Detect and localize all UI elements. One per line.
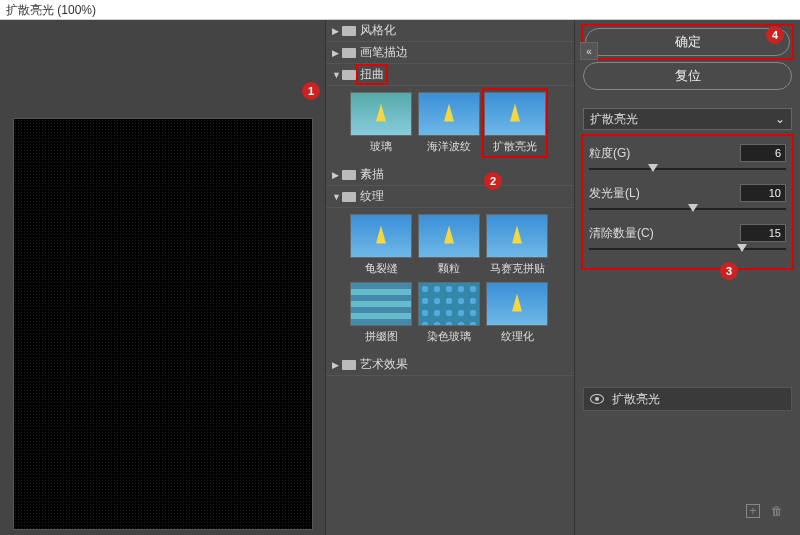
folder-icon <box>342 170 356 180</box>
layer-footer: + 🗑 <box>583 501 792 521</box>
distort-thumbs: 玻璃 海洋波纹 扩散亮光 <box>326 86 574 164</box>
chevron-right-icon: ▶ <box>332 360 342 370</box>
preview-image <box>13 118 313 530</box>
new-layer-icon[interactable]: + <box>746 504 760 518</box>
folder-artistic[interactable]: ▶ 艺术效果 <box>326 354 574 376</box>
annotation-badge-1: 1 <box>302 82 320 100</box>
folder-sketch[interactable]: ▶ 素描 <box>326 164 574 186</box>
slider-clear-amount: 清除数量(C) <box>589 224 786 250</box>
chevron-right-icon: ▶ <box>332 170 342 180</box>
chevron-down-icon: ▼ <box>332 192 342 202</box>
chevron-right-icon: ▶ <box>332 48 342 58</box>
graininess-input[interactable] <box>740 144 786 162</box>
effect-layers: 扩散亮光 + 🗑 <box>583 347 792 529</box>
chevron-down-icon: ▼ <box>332 70 342 80</box>
folder-brush-strokes[interactable]: ▶ 画笔描边 <box>326 42 574 64</box>
collapse-pane-button[interactable]: « <box>580 42 598 60</box>
layer-name: 扩散亮光 <box>612 391 660 408</box>
filter-texturizer[interactable]: 纹理化 <box>486 282 548 344</box>
filter-gallery-pane: ▶ 风格化 ▶ 画笔描边 ▼ 扭曲 玻璃 海洋波纹 扩散亮光 <box>325 20 575 535</box>
settings-pane: 确定 复位 扩散亮光 ⌄ 粒度(G) 发光量(L) <box>575 20 800 535</box>
layer-row[interactable]: 扩散亮光 <box>583 387 792 411</box>
preview-area <box>0 20 325 535</box>
filter-diffuse-glow[interactable]: 扩散亮光 <box>484 90 546 156</box>
folder-distort[interactable]: ▼ 扭曲 <box>326 64 574 86</box>
folder-stylize[interactable]: ▶ 风格化 <box>326 20 574 42</box>
folder-label: 风格化 <box>360 22 396 39</box>
chevron-down-icon: ⌄ <box>775 112 785 126</box>
folder-label: 艺术效果 <box>360 356 408 373</box>
filter-mosaic-tiles[interactable]: 马赛克拼贴 <box>486 214 548 276</box>
folder-texture[interactable]: ▼ 纹理 <box>326 186 574 208</box>
reset-button[interactable]: 复位 <box>583 62 792 90</box>
dropdown-value: 扩散亮光 <box>590 111 638 128</box>
clear-amount-slider[interactable] <box>589 248 786 250</box>
folder-label: 画笔描边 <box>360 44 408 61</box>
annotation-badge-4: 4 <box>766 26 784 44</box>
slider-label: 粒度(G) <box>589 145 630 162</box>
annotation-badge-2: 2 <box>484 172 502 190</box>
folder-icon <box>342 360 356 370</box>
texture-thumbs: 龟裂缝 颗粒 马赛克拼贴 拼缀图 染色玻璃 纹理化 <box>326 208 574 354</box>
folder-icon <box>342 48 356 58</box>
preview-pane: − □ 100% ◀ ▶ <box>0 20 325 535</box>
filter-ocean-ripple[interactable]: 海洋波纹 <box>418 92 480 154</box>
sliders-group: 粒度(G) 发光量(L) 清除数量(C) <box>583 136 792 268</box>
folder-label: 扭曲 <box>358 66 386 83</box>
folder-icon <box>342 70 356 80</box>
annotation-badge-3: 3 <box>720 262 738 280</box>
filter-craquelure[interactable]: 龟裂缝 <box>350 214 412 276</box>
filter-stained-glass[interactable]: 染色玻璃 <box>418 282 480 344</box>
graininess-slider[interactable] <box>589 168 786 170</box>
folder-icon <box>342 26 356 36</box>
glow-amount-slider[interactable] <box>589 208 786 210</box>
ok-button[interactable]: 确定 <box>585 28 790 56</box>
filter-glass[interactable]: 玻璃 <box>350 92 412 154</box>
visibility-icon[interactable] <box>590 394 604 404</box>
main-area: − □ 100% ◀ ▶ ▶ 风格化 ▶ 画笔描边 ▼ 扭曲 <box>0 20 800 535</box>
slider-glow-amount: 发光量(L) <box>589 184 786 210</box>
folder-label: 纹理 <box>360 188 384 205</box>
folder-icon <box>342 192 356 202</box>
filter-grain[interactable]: 颗粒 <box>418 214 480 276</box>
glow-amount-input[interactable] <box>740 184 786 202</box>
clear-amount-input[interactable] <box>740 224 786 242</box>
slider-graininess: 粒度(G) <box>589 144 786 170</box>
window-title: 扩散亮光 (100%) <box>0 0 800 20</box>
chevron-right-icon: ▶ <box>332 26 342 36</box>
folder-label: 素描 <box>360 166 384 183</box>
filter-patchwork[interactable]: 拼缀图 <box>350 282 412 344</box>
slider-label: 发光量(L) <box>589 185 640 202</box>
effect-dropdown[interactable]: 扩散亮光 ⌄ <box>583 108 792 130</box>
delete-layer-icon[interactable]: 🗑 <box>770 504 784 518</box>
slider-label: 清除数量(C) <box>589 225 654 242</box>
